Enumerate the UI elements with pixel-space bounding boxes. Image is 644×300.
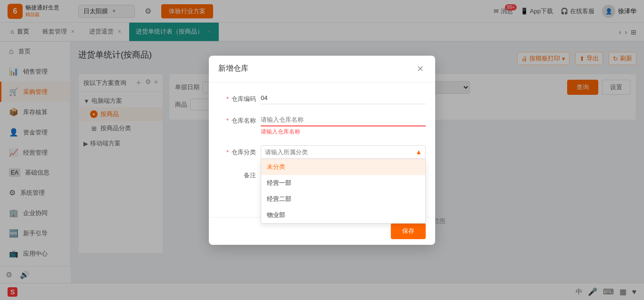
warehouse-name-label: * 仓库名称 [218, 114, 256, 125]
category-input[interactable] [261, 145, 426, 159]
required-star-category: * [226, 149, 229, 156]
warehouse-code-input[interactable] [261, 92, 426, 104]
warehouse-name-input-wrap: 请输入仓库名称 [261, 114, 426, 136]
warehouse-name-input[interactable] [261, 114, 426, 126]
modal-overlay[interactable]: 新增仓库 ✕ * 仓库编码 * 仓库名称 [0, 0, 644, 300]
category-option-ops2[interactable]: 经营二部 [261, 191, 425, 207]
modal-title: 新增仓库 [218, 64, 248, 74]
warehouse-code-label: * 仓库编码 [218, 92, 256, 103]
required-star-name: * [226, 117, 229, 124]
modal-close-btn[interactable]: ✕ [414, 63, 426, 75]
category-dropdown: 未分类 经营一部 经营二部 物业部 [261, 159, 426, 224]
warehouse-code-row: * 仓库编码 [218, 92, 426, 104]
warehouse-notes-label: 备注 [218, 168, 256, 180]
warehouse-code-input-wrap [261, 92, 426, 104]
category-option-none[interactable]: 未分类 [261, 159, 425, 175]
warehouse-name-row: * 仓库名称 请输入仓库名称 [218, 114, 426, 136]
required-star-code: * [226, 95, 229, 102]
name-error-msg: 请输入仓库名称 [261, 128, 426, 136]
save-button[interactable]: 保存 [391, 223, 426, 239]
category-option-ops1[interactable]: 经营一部 [261, 175, 425, 191]
category-option-property[interactable]: 物业部 [261, 207, 425, 223]
category-select-wrap: ▲ 未分类 经营一部 经营二部 物业部 [261, 145, 426, 159]
category-toggle-btn[interactable]: ▲ [415, 148, 422, 156]
modal-header: 新增仓库 ✕ [209, 56, 435, 83]
new-warehouse-modal: 新增仓库 ✕ * 仓库编码 * 仓库名称 [209, 56, 435, 245]
warehouse-category-row: * 仓库分类 ▲ 未分类 经营一部 经营二部 物业部 [218, 145, 426, 159]
modal-body: * 仓库编码 * 仓库名称 请输入仓库名称 [209, 83, 435, 217]
warehouse-category-label: * 仓库分类 [218, 145, 256, 157]
